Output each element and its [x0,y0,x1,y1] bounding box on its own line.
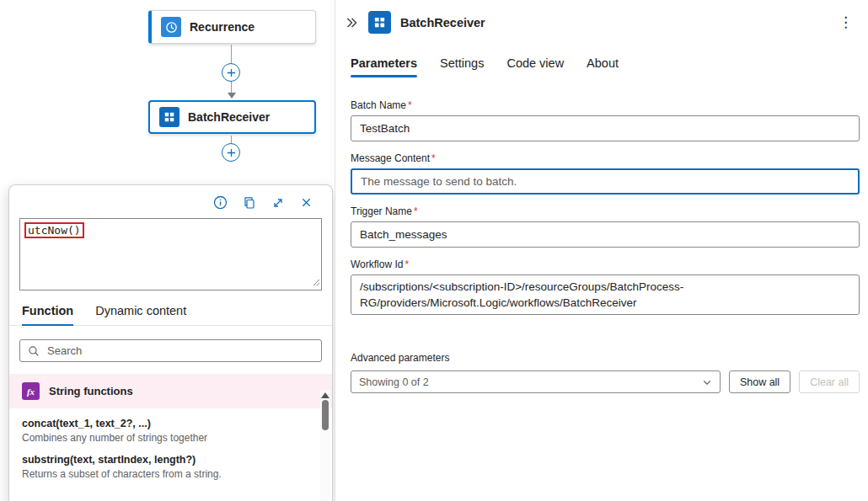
function-signature: concat(text_1, text_2?, ...) [22,418,319,429]
batchreceiver-icon [159,107,179,127]
collapse-panel-icon[interactable] [344,15,359,30]
message-content-label: Message Content [351,152,430,164]
scroll-up-icon[interactable] [321,392,330,398]
category-label: String functions [49,385,133,397]
expression-tabs: Function Dynamic content [9,290,332,326]
function-search[interactable] [19,339,322,362]
expression-text: utcNow() [24,222,84,238]
string-functions-category[interactable]: fx String functions [9,374,332,408]
plus-icon [227,68,236,77]
logic-apps-designer: Recurrence BatchReceiver [0,0,868,501]
parameters-form: Batch Name* Message Content* Trigger Nam… [335,77,868,393]
advanced-parameters-label: Advanced parameters [351,352,860,364]
panel-title: BatchReceiver [400,16,485,29]
batch-name-field-group: Batch Name* [351,99,860,141]
batch-name-input[interactable] [351,115,860,141]
tab-about[interactable]: About [587,56,619,77]
fx-icon: fx [22,382,40,400]
tab-dynamic-content[interactable]: Dynamic content [95,304,186,325]
function-item-concat[interactable]: concat(text_1, text_2?, ...) Combines an… [9,408,332,445]
chevron-down-icon [702,377,712,387]
advanced-parameters-dropdown[interactable]: Showing 0 of 2 [351,370,721,393]
function-signature: substring(text, startIndex, length?) [22,454,319,466]
function-description: Combines any number of strings together [22,432,319,444]
close-icon[interactable] [299,195,313,210]
workflow-id-field-group: Workflow Id* /subscriptions/<subscriptio… [351,258,860,315]
connector-arrowhead [228,93,236,99]
advanced-parameters-section: Advanced parameters Showing 0 of 2 Show … [351,352,860,393]
trigger-name-field-group: Trigger Name* [351,205,860,248]
batch-name-label: Batch Name [351,99,406,111]
resize-handle-icon[interactable] [312,276,320,289]
dropdown-value: Showing 0 of 2 [359,376,429,388]
expand-icon[interactable] [271,195,285,210]
search-input[interactable] [47,344,313,357]
required-asterisk: * [405,258,409,270]
message-content-field-group: Message Content* [351,152,860,195]
batchreceiver-panel: BatchReceiver ⋮ Parameters Settings Code… [335,0,868,501]
advanced-parameters-row: Showing 0 of 2 Show all Clear all [351,370,860,393]
function-description: Returns a subset of characters from a st… [22,468,319,480]
show-all-button[interactable]: Show all [729,370,790,393]
required-asterisk: * [414,205,418,217]
scrollbar-thumb[interactable] [322,400,329,430]
tab-code-view[interactable]: Code view [506,56,564,77]
expression-editor-popup: utcNow() Function Dynamic content fx Str… [8,184,333,501]
tab-settings[interactable]: Settings [440,56,484,77]
recurrence-label: Recurrence [190,20,255,34]
expression-input[interactable]: utcNow() [19,218,322,290]
panel-tabs: Parameters Settings Code view About [335,34,868,77]
function-item-substring[interactable]: substring(text, startIndex, length?) Ret… [9,445,332,481]
expression-toolbar [9,185,332,214]
batchreceiver-label: BatchReceiver [188,110,270,124]
plus-icon [227,148,236,157]
add-action-button-2[interactable] [222,143,240,162]
add-action-button-1[interactable] [222,63,240,82]
panel-header: BatchReceiver ⋮ [335,0,868,34]
required-asterisk: * [431,152,436,164]
more-options-icon[interactable]: ⋮ [833,13,858,31]
batchreceiver-card[interactable]: BatchReceiver [148,100,316,134]
clear-all-button[interactable]: Clear all [799,370,860,393]
workflow-id-input[interactable]: /subscriptions/<subscription-ID>/resourc… [351,274,860,315]
tab-parameters[interactable]: Parameters [351,56,417,77]
search-icon [28,345,40,357]
tab-function[interactable]: Function [22,304,73,325]
copy-icon[interactable] [242,195,256,210]
workflow-id-label: Workflow Id [351,258,403,270]
batchreceiver-panel-icon [368,11,391,34]
info-icon[interactable] [213,195,228,210]
required-asterisk: * [408,99,412,111]
recurrence-card[interactable]: Recurrence [148,10,316,44]
recurrence-clock-icon [161,17,181,37]
message-content-input[interactable] [351,168,860,195]
scrollbar[interactable] [320,390,330,501]
trigger-name-label: Trigger Name [351,205,412,217]
trigger-name-input[interactable] [351,221,860,248]
